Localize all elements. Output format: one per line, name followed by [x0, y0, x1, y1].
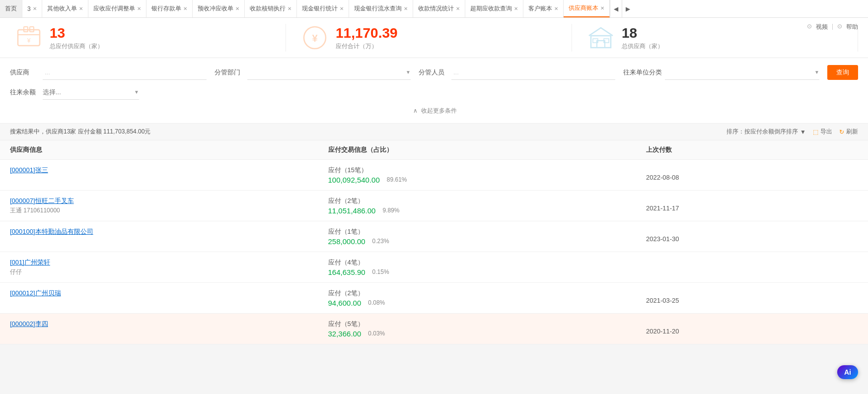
- supplier-name-5[interactable]: [000012]广州贝瑞: [10, 289, 61, 297]
- collapse-label: 收起更多条件: [421, 107, 457, 114]
- nav-tab-3[interactable]: 3 ✕: [22, 0, 42, 17]
- supplier-info-5: [000012]广州贝瑞: [10, 289, 328, 299]
- summary-card-payable: ¥ 11,170.39 应付合计（万）: [286, 24, 572, 52]
- close-icon[interactable]: ✕: [137, 6, 141, 11]
- transaction-amount-3[interactable]: 258,000.00: [328, 237, 365, 246]
- nav-tab-ar-adjust[interactable]: 应收应付调整单 ✕: [88, 0, 146, 17]
- person-filter-label: 分管人员: [419, 68, 448, 77]
- sort-select[interactable]: 排序：按应付余额倒序排序 ▼: [726, 128, 806, 136]
- close-icon[interactable]: ✕: [183, 6, 187, 11]
- nav-tab-bank-deposit[interactable]: 银行存款单 ✕: [146, 0, 193, 17]
- result-bar-right: 排序：按应付余额倒序排序 ▼ ⬚ 导出 ↻ 刷新: [726, 128, 858, 136]
- transaction-amount-2[interactable]: 11,051,486.00: [328, 206, 376, 215]
- summary-text-total-suppliers: 18 总供应商（家）: [622, 25, 663, 51]
- nav-next-button[interactable]: ▶: [622, 0, 634, 17]
- transaction-row-2: 11,051,486.00 9.89%: [328, 205, 647, 215]
- nav-tab-customer-account-label: 客户账本: [528, 4, 552, 13]
- chevron-down-icon: ▼: [800, 129, 806, 135]
- nav-tab-collection-stat[interactable]: 收款情况统计 ✕: [413, 0, 465, 17]
- close-icon[interactable]: ✕: [33, 6, 37, 11]
- transaction-label-4: 应付（4笔）: [328, 258, 647, 267]
- supplier-name-6[interactable]: [000002]李四: [10, 320, 48, 328]
- nav-tab-3-label: 3: [27, 5, 31, 12]
- top-navigation: 首页 3 ✕ 其他收入单 ✕ 应收应付调整单 ✕ 银行存款单 ✕ 预收冲应收单 …: [0, 0, 868, 18]
- supplier-filter-label: 供应商: [10, 68, 40, 77]
- lastpay-info-4: [646, 258, 858, 266]
- nav-tab-supplier-account-label: 供应商账本: [569, 4, 598, 12]
- nav-tab-supplier-account[interactable]: 供应商账本 ✕: [564, 0, 610, 17]
- supplier-filter-input[interactable]: [43, 65, 207, 80]
- refresh-button[interactable]: ↻ 刷新: [839, 128, 858, 136]
- nav-tab-home[interactable]: 首页: [0, 0, 22, 17]
- category-filter-input[interactable]: [665, 68, 815, 76]
- nav-tab-collection-exec[interactable]: 收款核销执行 ✕: [245, 0, 297, 17]
- nav-tab-other-income[interactable]: 其他收入单 ✕: [42, 0, 88, 17]
- close-icon[interactable]: ✕: [456, 6, 460, 11]
- balance-filter-select[interactable]: ▼: [43, 85, 139, 100]
- transaction-row-5: 94,600.00 0.08%: [328, 298, 647, 307]
- nav-tab-cash-bank-flow[interactable]: 现金银行流水查询 ✕: [349, 0, 413, 17]
- transaction-row-4: 164,635.90 0.15%: [328, 267, 647, 276]
- transaction-label-1: 应付（15笔）: [328, 166, 647, 175]
- supplier-name-2[interactable]: [000007]恒旺二手叉车: [10, 197, 74, 204]
- close-icon[interactable]: ✕: [235, 6, 239, 11]
- video-link[interactable]: 视频: [816, 23, 828, 31]
- payable-icon: ¥: [301, 24, 329, 52]
- transaction-amount-6[interactable]: 32,366.00: [328, 329, 362, 338]
- supplier-name-1[interactable]: [000001]张三: [10, 166, 48, 174]
- nav-tab-advance-collect[interactable]: 预收冲应收单 ✕: [193, 0, 245, 17]
- close-icon[interactable]: ✕: [288, 6, 291, 11]
- transaction-pct-3: 0.23%: [372, 238, 389, 245]
- filter-area: 供应商 分管部门 ▼ 分管人员 往来单位分类 ▼ 查询: [0, 58, 868, 124]
- category-filter-select[interactable]: ▼: [665, 65, 820, 80]
- person-filter-input[interactable]: [451, 65, 615, 80]
- collapse-bar[interactable]: ∧ 收起更多条件: [10, 105, 858, 119]
- col-header-supplier: 供应商信息: [10, 145, 328, 154]
- data-table: 供应商信息 应付交易信息（占比） 上次付数 [000001]张三 应付（15笔）…: [0, 140, 868, 344]
- help-link[interactable]: 帮助: [846, 23, 858, 31]
- supplier-name-3[interactable]: [000100]本特勤油品有限公司: [10, 228, 93, 235]
- supplier-info-1: [000001]张三: [10, 166, 328, 176]
- nav-tab-other-income-label: 其他收入单: [47, 4, 77, 13]
- nav-tab-advance-collect-label: 预收冲应收单: [198, 4, 233, 13]
- lastpay-info-5: 2021-03-25: [646, 289, 858, 304]
- supplier-info-4: [001]广州荣轩 仔仔: [10, 258, 328, 276]
- query-button[interactable]: 查询: [827, 65, 858, 80]
- transaction-label-3: 应付（1笔）: [328, 227, 647, 236]
- transaction-info-6: 应付（5笔） 32,366.00 0.03%: [328, 320, 647, 338]
- export-button[interactable]: ⬚ 导出: [813, 128, 832, 136]
- nav-tab-overdue-collect[interactable]: 超期应收款查询 ✕: [465, 0, 523, 17]
- balance-filter-input[interactable]: [43, 88, 134, 96]
- close-icon[interactable]: ✕: [340, 6, 344, 11]
- close-icon[interactable]: ✕: [600, 5, 604, 11]
- filter-supplier: 供应商: [10, 65, 207, 80]
- table-row: [000002]李四 应付（5笔） 32,366.00 0.03% 2020-1…: [0, 314, 868, 344]
- separator: |: [832, 23, 833, 31]
- filter-category: 往来单位分类 ▼: [623, 65, 820, 80]
- export-icon: ⬚: [813, 129, 818, 135]
- close-icon[interactable]: ✕: [404, 6, 408, 11]
- sort-label: 排序：按应付余额倒序排序: [726, 128, 798, 136]
- nav-tab-customer-account[interactable]: 客户账本 ✕: [523, 0, 564, 17]
- chevron-down-icon: ▼: [134, 89, 139, 95]
- close-icon[interactable]: ✕: [514, 6, 518, 11]
- lastpay-info-2: 2021-11-17: [646, 197, 858, 212]
- transaction-amount-4[interactable]: 164,635.90: [328, 268, 365, 276]
- transaction-amount-5[interactable]: 94,600.00: [328, 299, 362, 307]
- dept-filter-input[interactable]: [247, 68, 406, 76]
- dept-filter-select[interactable]: ▼: [247, 65, 411, 80]
- close-icon[interactable]: ✕: [554, 6, 558, 11]
- svg-text:¥: ¥: [312, 33, 318, 44]
- supplier-info-3: [000100]本特勤油品有限公司: [10, 227, 328, 237]
- table-row: [000012]广州贝瑞 应付（2笔） 94,600.00 0.08% 2021…: [0, 283, 868, 314]
- table-row: [001]广州荣轩 仔仔 应付（4笔） 164,635.90 0.15%: [0, 252, 868, 283]
- transaction-amount-1[interactable]: 100,092,540.00: [328, 176, 380, 184]
- nav-tab-cash-bank-stat[interactable]: 现金银行统计 ✕: [297, 0, 349, 17]
- close-icon[interactable]: ✕: [79, 6, 83, 11]
- supplier-name-4[interactable]: [001]广州荣轩: [10, 259, 50, 266]
- transaction-info-4: 应付（4笔） 164,635.90 0.15%: [328, 258, 647, 276]
- chevron-down-icon: ▼: [406, 69, 411, 75]
- nav-prev-button[interactable]: ◀: [610, 0, 622, 17]
- table-row: [000100]本特勤油品有限公司 应付（1笔） 258,000.00 0.23…: [0, 221, 868, 252]
- transaction-row-3: 258,000.00 0.23%: [328, 236, 647, 246]
